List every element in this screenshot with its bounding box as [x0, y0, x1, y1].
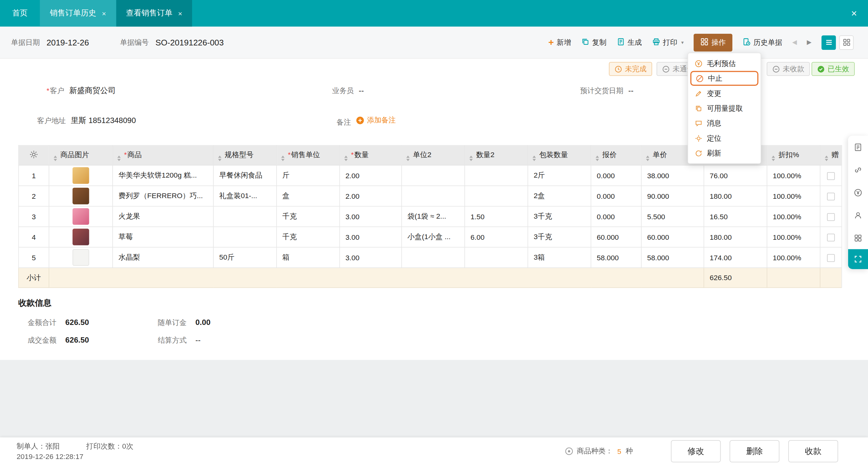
- add-button[interactable]: + 新增: [549, 37, 571, 47]
- column-header-product[interactable]: *商品: [113, 146, 213, 165]
- link-tool-icon[interactable]: [848, 158, 868, 181]
- sort-icon[interactable]: [469, 155, 473, 161]
- copy-button[interactable]: 复制: [581, 37, 607, 47]
- tab-view-sales-order[interactable]: 查看销售订单 ×: [116, 0, 192, 27]
- table-row[interactable]: 2 费列罗（FERRERO）巧... 礼盒装01-... 盒 2.00 2盒 0…: [19, 186, 842, 206]
- unit-price: 58.000: [641, 247, 704, 268]
- menu-item-abort[interactable]: 中止: [690, 71, 758, 86]
- column-header-gift[interactable]: 赠: [820, 146, 842, 165]
- customer-value: 新盛商贸公司: [69, 84, 116, 96]
- row-number: 3: [19, 206, 49, 227]
- quantity: 3.00: [340, 247, 402, 268]
- delivery-date-value: --: [628, 84, 633, 96]
- table-settings-button[interactable]: [19, 146, 49, 165]
- table-row[interactable]: 1 华美华夫软饼1200g 糕... 早餐休闲食品 斤 2.00 2斤 0.00…: [19, 165, 842, 186]
- table-row[interactable]: 4 草莓 千克 3.00 小盒(1小盒 ... 6.00 3千克 60.000 …: [19, 227, 842, 247]
- settlement-value: --: [195, 336, 200, 344]
- quantity2: [465, 186, 528, 206]
- remark-label: 备注: [337, 116, 351, 128]
- topbar: 首页 销售订单历史 × 查看销售订单 × ×: [0, 0, 868, 27]
- print-button[interactable]: 打印 ▾: [652, 37, 684, 47]
- amount: 180.00: [704, 227, 767, 247]
- modify-button[interactable]: 修改: [671, 440, 721, 462]
- sort-icon[interactable]: [218, 155, 222, 161]
- gift-checkbox[interactable]: [827, 172, 835, 180]
- prev-page-icon[interactable]: ◀: [792, 39, 797, 46]
- toolbar-actions: + 新增 复制 生成 打印 ▾ 操作 历史单据: [549, 33, 854, 51]
- delivery-date-field: 预计交货日期 --: [580, 84, 633, 97]
- generate-button[interactable]: 生成: [616, 37, 642, 47]
- quote: 60.000: [591, 227, 642, 247]
- sort-icon[interactable]: [54, 155, 57, 161]
- sort-icon[interactable]: [117, 155, 121, 161]
- add-remark-link[interactable]: 添加备注: [356, 114, 396, 126]
- delete-button[interactable]: 删除: [730, 440, 779, 462]
- quote: 58.000: [591, 247, 642, 268]
- table-row[interactable]: 5 水晶梨 50斤 箱 3.00 3箱 58.000 58.000 174.00…: [19, 247, 842, 268]
- quantity2: [465, 165, 528, 186]
- history-button[interactable]: 历史单据: [742, 37, 782, 47]
- table-row[interactable]: 3 火龙果 千克 3.00 袋(1袋 ≈ 2... 1.50 3千克 0.000…: [19, 206, 842, 227]
- menu-item-profit-estimate[interactable]: 毛利预估: [688, 56, 761, 71]
- next-page-icon[interactable]: ▶: [807, 39, 811, 46]
- sort-icon[interactable]: [595, 155, 599, 161]
- amount: 76.00: [704, 165, 767, 186]
- sort-icon[interactable]: [646, 155, 649, 161]
- column-header-quantity2[interactable]: 数量2: [465, 146, 528, 165]
- product-name: 水晶梨: [113, 247, 213, 268]
- sales-unit: 斤: [277, 165, 340, 186]
- menu-item-available-extract[interactable]: 可用量提取: [688, 101, 761, 116]
- list-view-toggle[interactable]: [822, 35, 836, 50]
- gift-checkbox[interactable]: [827, 213, 835, 221]
- tab-sales-order-history[interactable]: 销售订单历史 ×: [40, 0, 116, 27]
- copy-icon: [581, 37, 589, 47]
- category-count-value: 5: [617, 447, 621, 455]
- close-icon[interactable]: ×: [840, 0, 868, 27]
- sort-icon[interactable]: [532, 155, 536, 161]
- gift-checkbox[interactable]: [827, 254, 835, 262]
- deposit-value: 0.00: [195, 318, 211, 327]
- sort-icon[interactable]: [825, 155, 828, 161]
- column-header-sales-unit[interactable]: *销售单位: [277, 146, 340, 165]
- package-quantity: 3千克: [528, 227, 591, 247]
- column-header-spec-model[interactable]: 规格型号: [214, 146, 277, 165]
- quantity: 3.00: [340, 227, 402, 247]
- column-header-product-image[interactable]: 商品图片: [49, 146, 113, 165]
- gift-checkbox[interactable]: [827, 192, 835, 200]
- menu-item-message[interactable]: 消息: [688, 116, 761, 131]
- column-header-quantity[interactable]: *数量: [340, 146, 402, 165]
- contact-tool-icon[interactable]: [848, 204, 868, 226]
- nav-home[interactable]: 首页: [0, 0, 40, 27]
- salesman-label: 业务员: [332, 85, 353, 97]
- doc-date-label: 单据日期: [11, 37, 40, 47]
- card-view-toggle[interactable]: [839, 35, 854, 50]
- column-header-unit2[interactable]: 单位2: [402, 146, 465, 165]
- sort-icon[interactable]: [406, 155, 410, 161]
- money-tool-icon[interactable]: [848, 181, 868, 204]
- operate-button[interactable]: 操作: [693, 33, 733, 51]
- remark-field: 备注 添加备注: [337, 114, 396, 128]
- subtotal-amount: 626.50: [704, 268, 767, 288]
- column-header-package-quantity[interactable]: 包装数量: [528, 146, 591, 165]
- gift-cell: [820, 186, 842, 206]
- menu-item-locate[interactable]: 定位: [688, 131, 761, 146]
- sort-icon[interactable]: [281, 155, 285, 161]
- menu-item-refresh[interactable]: 刷新: [688, 146, 761, 161]
- receive-payment-button[interactable]: 收款: [788, 440, 838, 462]
- discount-percent: 100.00%: [767, 247, 820, 268]
- column-header-discount-percent[interactable]: 折扣%: [767, 146, 820, 165]
- column-header-quote[interactable]: 报价: [591, 146, 642, 165]
- document-tool-icon[interactable]: [848, 136, 868, 158]
- unit2: [402, 247, 465, 268]
- deal-amount-field: 成交金额 626.50: [28, 336, 89, 346]
- gift-checkbox[interactable]: [827, 234, 835, 241]
- menu-item-change[interactable]: 变更: [688, 86, 761, 101]
- apps-tool-icon[interactable]: [848, 226, 868, 249]
- sort-icon[interactable]: [772, 155, 775, 161]
- tab-close-icon[interactable]: ×: [102, 10, 106, 17]
- tab-close-icon[interactable]: ×: [178, 10, 182, 17]
- unit-price: 90.000: [641, 186, 704, 206]
- fullscreen-tool-icon[interactable]: [848, 249, 868, 269]
- product-name: 费列罗（FERRERO）巧...: [113, 186, 213, 206]
- sort-icon[interactable]: [344, 155, 348, 161]
